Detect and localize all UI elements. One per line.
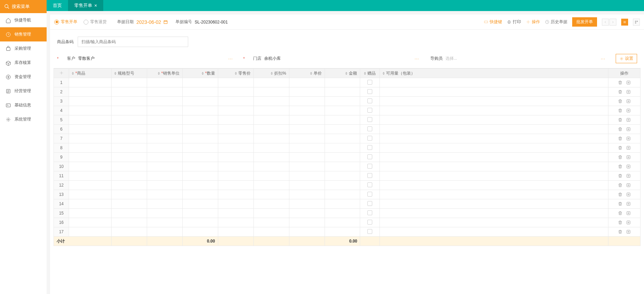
next-button[interactable] — [609, 19, 616, 26]
checkbox[interactable] — [367, 145, 372, 150]
cell-unit-price[interactable] — [289, 209, 325, 218]
cell-amount[interactable] — [325, 199, 360, 209]
cell-spec[interactable] — [111, 162, 147, 171]
cell-qty[interactable] — [182, 209, 218, 218]
cell-spec[interactable] — [111, 125, 147, 134]
cell-spec[interactable] — [111, 87, 147, 97]
table-row[interactable]: 16 — [54, 218, 641, 227]
cell-qty[interactable] — [182, 78, 218, 87]
cell-amount[interactable] — [325, 115, 360, 125]
trash-icon[interactable] — [618, 211, 623, 216]
cell-amount[interactable] — [325, 218, 360, 227]
add-row-icon[interactable] — [626, 183, 631, 188]
checkbox[interactable] — [367, 117, 372, 122]
cell-unit-price[interactable] — [289, 162, 325, 171]
cell-discount[interactable] — [253, 106, 289, 115]
cell-discount[interactable] — [253, 143, 289, 153]
radio-retail-sale[interactable]: 零售开单 — [54, 19, 77, 25]
trash-icon[interactable] — [618, 183, 623, 188]
cell-qty[interactable] — [182, 125, 218, 134]
cell-retail-price[interactable] — [218, 125, 253, 134]
cell-discount[interactable] — [253, 134, 289, 143]
store-picker[interactable]: * 门店 余杭小库 ··· — [243, 56, 429, 61]
th-unit-price[interactable]: 单价 — [289, 69, 325, 78]
operate-link[interactable]: 操作 — [526, 19, 540, 25]
add-row-icon[interactable] — [626, 80, 631, 85]
cell-qty[interactable] — [182, 199, 218, 209]
cell-retail-price[interactable] — [218, 115, 253, 125]
checkbox[interactable] — [367, 164, 372, 169]
cell-unit[interactable] — [147, 181, 182, 190]
cell-spec[interactable] — [111, 106, 147, 115]
cell-available[interactable] — [379, 143, 608, 153]
cell-retail-price[interactable] — [218, 106, 253, 115]
checkbox[interactable] — [367, 201, 372, 206]
add-row-icon[interactable] — [626, 211, 631, 216]
cell-unit-price[interactable] — [289, 153, 325, 162]
th-product[interactable]: *商品 — [69, 69, 112, 78]
cell-amount[interactable] — [325, 143, 360, 153]
trash-icon[interactable] — [618, 136, 623, 141]
add-row-icon[interactable] — [626, 220, 631, 225]
cell-spec[interactable] — [111, 190, 147, 199]
cell-amount[interactable] — [325, 181, 360, 190]
cell-gift[interactable] — [360, 106, 379, 115]
settings-button[interactable]: 设置 — [616, 54, 637, 63]
cell-unit-price[interactable] — [289, 97, 325, 106]
cell-qty[interactable] — [182, 153, 218, 162]
checkbox[interactable] — [367, 182, 372, 187]
cell-amount[interactable] — [325, 97, 360, 106]
cell-qty[interactable] — [182, 106, 218, 115]
cell-available[interactable] — [379, 134, 608, 143]
cell-discount[interactable] — [253, 162, 289, 171]
cell-gift[interactable] — [360, 134, 379, 143]
cell-product[interactable] — [69, 181, 112, 190]
table-row[interactable]: 4 — [54, 106, 641, 115]
trash-icon[interactable] — [618, 173, 623, 178]
cell-amount[interactable] — [325, 78, 360, 87]
cell-available[interactable] — [379, 227, 608, 237]
cell-spec[interactable] — [111, 218, 147, 227]
cell-qty[interactable] — [182, 97, 218, 106]
cell-product[interactable] — [69, 199, 112, 209]
table-row[interactable]: 7 — [54, 134, 641, 143]
cell-retail-price[interactable] — [218, 181, 253, 190]
cell-product[interactable] — [69, 97, 112, 106]
trash-icon[interactable] — [618, 164, 623, 169]
checkbox[interactable] — [367, 98, 372, 103]
cell-product[interactable] — [69, 134, 112, 143]
cell-qty[interactable] — [182, 171, 218, 181]
checkbox[interactable] — [367, 108, 372, 113]
trash-icon[interactable] — [618, 220, 623, 225]
cell-unit-price[interactable] — [289, 181, 325, 190]
cell-spec[interactable] — [111, 171, 147, 181]
checkbox[interactable] — [367, 80, 372, 85]
more-icon[interactable]: ··· — [228, 56, 233, 61]
cell-unit-price[interactable] — [289, 125, 325, 134]
history-link[interactable]: 历史单据 — [545, 19, 567, 25]
th-available[interactable]: 可用量（包装） — [379, 69, 608, 78]
cell-discount[interactable] — [253, 97, 289, 106]
tree-view-button[interactable] — [633, 19, 640, 26]
th-amount[interactable]: 金额 — [325, 69, 360, 78]
tab-home[interactable]: 首页 — [47, 0, 68, 11]
trash-icon[interactable] — [618, 99, 623, 104]
cell-discount[interactable] — [253, 78, 289, 87]
add-row-icon[interactable] — [626, 173, 631, 178]
cell-unit-price[interactable] — [289, 227, 325, 237]
th-gear[interactable] — [54, 69, 69, 78]
add-row-icon[interactable] — [626, 89, 631, 94]
th-discount[interactable]: 折扣% — [253, 69, 289, 78]
cell-amount[interactable] — [325, 106, 360, 115]
cell-unit-price[interactable] — [289, 143, 325, 153]
cell-spec[interactable] — [111, 143, 147, 153]
cell-retail-price[interactable] — [218, 209, 253, 218]
cell-qty[interactable] — [182, 143, 218, 153]
add-row-icon[interactable] — [626, 155, 631, 160]
table-row[interactable]: 6 — [54, 125, 641, 134]
cell-amount[interactable] — [325, 162, 360, 171]
table-row[interactable]: 3 — [54, 97, 641, 106]
cell-unit-price[interactable] — [289, 218, 325, 227]
cell-product[interactable] — [69, 171, 112, 181]
wholesale-button[interactable]: 批发开单 — [572, 17, 597, 27]
